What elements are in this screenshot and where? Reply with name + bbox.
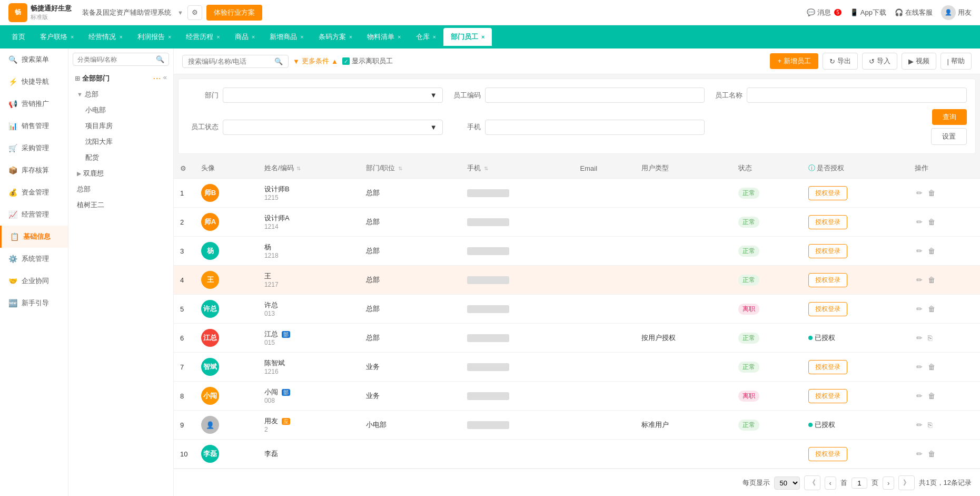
last-page-btn[interactable]: 》 (898, 475, 915, 490)
delete-icon[interactable]: 🗑 (928, 247, 935, 255)
dept-collapse-icon[interactable]: « (163, 73, 167, 83)
sidebar-item-search[interactable]: 🔍 搜索菜单 (0, 48, 68, 71)
auth-button[interactable]: 授权登录 (808, 273, 847, 287)
prev-page-btn[interactable]: ‹ (825, 476, 836, 490)
phone-input[interactable] (485, 120, 705, 135)
edit-icon[interactable]: ✏ (916, 421, 923, 429)
dept-item-head[interactable]: ▼ 总部 (73, 86, 169, 102)
sidebar-item-purchase[interactable]: 🛒 采购管理 (0, 137, 68, 159)
sidebar-item-nav[interactable]: ⚡ 快捷导航 (0, 71, 68, 93)
view-button[interactable]: ▶ 视频 (902, 53, 936, 70)
col-settings[interactable]: ⚙ (174, 158, 195, 179)
tab-home[interactable]: 首页 (4, 28, 33, 46)
close-icon[interactable]: × (71, 34, 74, 40)
next-page-btn[interactable]: › (883, 476, 894, 490)
tab-goods[interactable]: 商品× (227, 28, 262, 46)
more-filter-btn[interactable]: ▼ 更多条件 ▲ (293, 56, 338, 66)
edit-icon[interactable]: ✏ (916, 218, 923, 226)
edit-icon[interactable]: ✏ (916, 305, 923, 313)
first-page-btn[interactable]: 《 (804, 475, 820, 490)
search-box[interactable]: 🔍 (182, 55, 289, 68)
col-phone[interactable]: 手机 ⇅ (461, 158, 573, 179)
dept-item-shuanglu[interactable]: ▶ 双鹿想 (73, 166, 169, 181)
close-icon[interactable]: × (252, 34, 255, 40)
edit-icon[interactable]: ✏ (916, 450, 923, 458)
gear-button[interactable]: ⚙ (187, 5, 202, 20)
auth-button[interactable]: 授权登录 (808, 360, 847, 374)
user-item[interactable]: 👤 用友 (941, 5, 972, 20)
dept-item-planting[interactable]: 植树王二 (73, 197, 169, 213)
sidebar-item-manage[interactable]: 📈 经营管理 (0, 203, 68, 226)
page-number-input[interactable] (852, 478, 867, 489)
auth-button[interactable]: 授权登录 (808, 186, 847, 200)
delete-icon[interactable]: 🗑 (928, 305, 935, 313)
edit-icon[interactable]: ✏ (916, 276, 923, 284)
dept-item-proj-store[interactable]: 项目库房 (81, 118, 169, 134)
sidebar-item-inventory[interactable]: 📦 库存核算 (0, 159, 68, 181)
delete-icon[interactable]: 🗑 (928, 450, 935, 458)
dept-select[interactable]: ▼ (223, 87, 443, 103)
dept-search-box[interactable]: 🔍 (73, 53, 169, 66)
dept-item-shenyang[interactable]: 沈阳大库 (81, 134, 169, 150)
close-icon[interactable]: × (349, 34, 352, 40)
auth-button[interactable]: 授权登录 (808, 389, 847, 403)
app-download-item[interactable]: 📱 App下载 (850, 8, 886, 17)
close-icon[interactable]: × (398, 34, 401, 40)
close-icon[interactable]: × (216, 34, 220, 40)
close-icon[interactable]: × (119, 34, 122, 40)
col-name[interactable]: 姓名/编码 ⇅ (258, 158, 360, 179)
copy-icon[interactable]: ⎘ (928, 334, 932, 342)
close-icon[interactable]: × (433, 34, 436, 40)
tab-warehouse[interactable]: 仓库× (409, 28, 443, 46)
sidebar-item-marketing[interactable]: 📢 营销推广 (0, 93, 68, 115)
per-page-select[interactable]: 50 (774, 476, 800, 490)
auth-button[interactable]: 授权登录 (808, 302, 847, 316)
sidebar-item-system[interactable]: ⚙️ 系统管理 (0, 248, 68, 270)
sidebar-item-guide[interactable]: 🆕 新手引导 (0, 292, 68, 314)
export-button[interactable]: ↻ 导出 (823, 53, 858, 70)
edit-icon[interactable]: ✏ (916, 363, 923, 371)
dept-item-small-elec[interactable]: 小电部 (81, 102, 169, 118)
search-input[interactable] (188, 57, 272, 65)
edit-icon[interactable]: ✏ (916, 247, 923, 255)
sidebar-item-collab[interactable]: 🤝 企业协同 (0, 270, 68, 292)
reset-button[interactable]: 设置 (931, 128, 967, 145)
auth-button[interactable]: 授权登录 (808, 244, 847, 258)
delete-icon[interactable]: 🗑 (928, 276, 935, 284)
tab-customer[interactable]: 客户联络× (33, 28, 81, 46)
customer-service-item[interactable]: 🎧 在线客服 (895, 8, 933, 17)
tab-barcode[interactable]: 条码方案× (311, 28, 360, 46)
edit-icon[interactable]: ✏ (916, 334, 923, 342)
add-employee-button[interactable]: + 新增员工 (770, 53, 818, 69)
trial-button[interactable]: 体验行业方案 (206, 5, 262, 21)
delete-icon[interactable]: 🗑 (928, 363, 935, 371)
tab-bom[interactable]: 物料清单× (360, 28, 408, 46)
tab-operation[interactable]: 经营情况× (81, 28, 130, 46)
auth-button[interactable]: 授权登录 (808, 447, 847, 461)
edit-icon[interactable]: ✏ (916, 392, 923, 400)
close-icon[interactable]: × (300, 34, 303, 40)
delete-icon[interactable]: 🗑 (928, 392, 935, 400)
dept-menu-icon[interactable]: ⋯ (153, 73, 161, 83)
import-button[interactable]: ↺ 导入 (862, 53, 897, 70)
message-item[interactable]: 💬 消息 5 (807, 8, 842, 17)
tab-add-goods[interactable]: 新增商品× (262, 28, 311, 46)
status-select[interactable]: ▼ (223, 120, 443, 135)
tab-history[interactable]: 经营历程× (179, 28, 227, 46)
copy-icon[interactable]: ⎘ (928, 421, 932, 429)
emp-code-input[interactable] (485, 87, 705, 103)
col-dept[interactable]: 部门/职位 ⇅ (360, 158, 461, 179)
tab-employees[interactable]: 部门员工× (443, 28, 492, 46)
help-button[interactable]: | 帮助 (941, 53, 972, 70)
dept-item-distribute[interactable]: 配货 (81, 150, 169, 166)
delete-icon[interactable]: 🗑 (928, 189, 935, 197)
emp-name-input[interactable] (747, 87, 967, 103)
close-icon[interactable]: × (481, 34, 484, 40)
dept-all-label[interactable]: ⊞ 全部部门 (75, 74, 110, 83)
sidebar-item-sales[interactable]: 📊 销售管理 (0, 115, 68, 137)
sidebar-item-finance[interactable]: 💰 资金管理 (0, 181, 68, 203)
tab-profit[interactable]: 利润报告× (130, 28, 179, 46)
delete-icon[interactable]: 🗑 (928, 218, 935, 226)
dept-item-head2[interactable]: 总部 (73, 181, 169, 197)
edit-icon[interactable]: ✏ (916, 189, 923, 197)
